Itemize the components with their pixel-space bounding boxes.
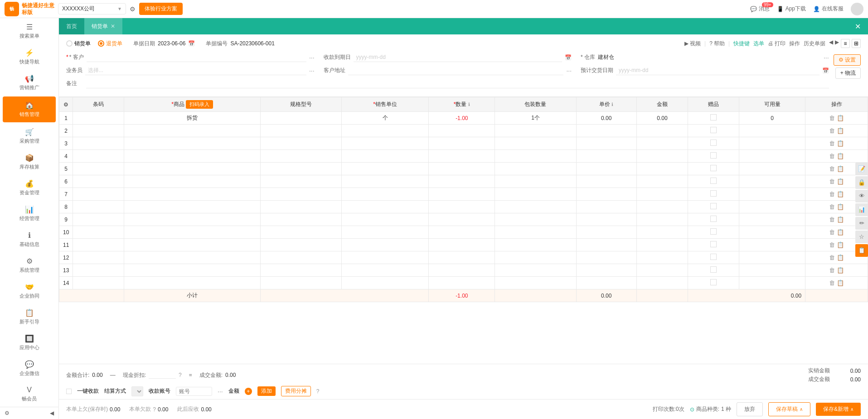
operate-btn[interactable]: 操作 xyxy=(789,40,800,48)
sidebar-item-marketing[interactable]: 📢 营销推广 xyxy=(0,70,58,96)
delete-icon[interactable]: 🗑 xyxy=(829,165,835,172)
sidebar-item-member[interactable]: V 畅会员 xyxy=(0,381,58,407)
shortcut-btn[interactable]: 快捷键 xyxy=(733,40,750,48)
row-spec[interactable] xyxy=(260,112,341,125)
delete-icon[interactable]: 🗑 xyxy=(829,153,835,159)
due-date-calendar-icon[interactable]: 📅 xyxy=(565,54,572,61)
customer-input[interactable] xyxy=(87,53,306,62)
arrears-help-icon[interactable]: ? xyxy=(153,406,156,413)
copy-icon[interactable]: 📋 xyxy=(837,165,844,172)
row-gift[interactable] xyxy=(688,112,739,125)
tab-close-icon[interactable]: ✕ xyxy=(111,23,115,29)
save-new-button[interactable]: 保存&新增 ∧ xyxy=(816,403,861,416)
next-icon[interactable]: ▶ xyxy=(835,39,839,48)
sidebar-item-sales[interactable]: 🏠 销售管理 xyxy=(3,96,56,122)
settings-icon[interactable]: ⚙ xyxy=(130,5,136,13)
settings-bottom-icon[interactable]: ⚙ xyxy=(5,410,10,416)
float-btn-3[interactable]: 👁 xyxy=(855,190,868,202)
sidebar-item-search[interactable]: ☰ 搜索菜单 xyxy=(0,18,58,44)
discount-input[interactable] xyxy=(149,372,176,379)
settlement-select[interactable] xyxy=(131,386,143,396)
copy-icon[interactable]: 📋 xyxy=(837,254,844,261)
float-btn-4[interactable]: 📊 xyxy=(855,203,868,216)
logistics-button[interactable]: + 物流 xyxy=(835,67,861,79)
delete-icon[interactable]: 🗑 xyxy=(829,216,835,223)
sidebar-item-guide[interactable]: 📋 新手引导 xyxy=(0,304,58,330)
grid-view-icon[interactable]: ⊞ xyxy=(852,39,861,48)
print-btn[interactable]: 🖨 打印 xyxy=(768,40,786,48)
add-payment-btn[interactable]: 添加 xyxy=(257,386,276,396)
delete-icon[interactable]: 🗑 xyxy=(829,254,835,261)
delete-icon[interactable]: 🗑 xyxy=(829,279,835,286)
select-order-btn[interactable]: 选单 xyxy=(753,40,764,48)
one-click-pay-checkbox[interactable] xyxy=(66,389,72,394)
collapse-icon[interactable]: ◀ xyxy=(50,410,54,416)
window-close-icon[interactable]: ✕ xyxy=(848,22,868,31)
user-avatar[interactable] xyxy=(851,3,863,15)
sidebar-item-operations[interactable]: 📊 经营管理 xyxy=(0,201,58,226)
return-order-radio[interactable]: 退货单 xyxy=(98,40,122,48)
delete-icon[interactable]: 🗑 xyxy=(829,191,835,197)
sidebar-item-purchase[interactable]: 🛒 采购管理 xyxy=(0,123,58,149)
tab-sales-order[interactable]: 销货单 ✕ xyxy=(84,18,122,34)
copy-icon[interactable]: 📋 xyxy=(837,267,844,274)
fee-help-icon[interactable]: ? xyxy=(316,388,320,395)
delete-icon[interactable]: 🗑 xyxy=(829,178,835,185)
customer-more-icon[interactable]: ··· xyxy=(309,54,315,61)
prev-icon[interactable]: ◀ xyxy=(829,39,833,48)
sidebar-item-cooperation[interactable]: 🤝 企业协同 xyxy=(0,278,58,304)
help-btn[interactable]: ? 帮助 xyxy=(709,40,725,48)
float-btn-2[interactable]: 🔒 xyxy=(855,176,868,189)
copy-icon[interactable]: 📋 xyxy=(837,115,844,121)
settings-button[interactable]: ⚙ 设置 xyxy=(834,54,861,66)
due-date-input[interactable] xyxy=(354,53,563,62)
message-btn[interactable]: 💬 消息 99+ xyxy=(750,5,770,13)
copy-icon[interactable]: 📋 xyxy=(837,241,844,248)
account-more-icon[interactable]: ··· xyxy=(218,388,223,395)
tab-home[interactable]: 首页 xyxy=(59,18,84,34)
float-btn-6[interactable]: ☆ xyxy=(855,231,868,243)
warehouse-more-icon[interactable]: ··· xyxy=(824,54,829,61)
calendar-icon[interactable]: 📅 xyxy=(188,40,195,47)
customer-addr-input[interactable] xyxy=(348,66,564,75)
list-view-icon[interactable]: ≡ xyxy=(841,39,850,48)
copy-icon[interactable]: 📋 xyxy=(837,203,844,210)
row-price[interactable]: 0.00 xyxy=(576,112,636,125)
remark-input[interactable] xyxy=(86,79,829,88)
sidebar-item-system[interactable]: ⚙ 系统管理 xyxy=(0,252,58,278)
delete-icon[interactable]: 🗑 xyxy=(829,127,835,134)
sidebar-item-inventory[interactable]: 📦 库存核算 xyxy=(0,149,58,175)
company-selector[interactable]: XXXXXX公司 ▼ xyxy=(58,3,126,14)
float-btn-5[interactable]: ✏ xyxy=(855,217,868,230)
sidebar-item-wechat[interactable]: 💬 企业微信 xyxy=(0,356,58,381)
sidebar-item-app-center[interactable]: 🔲 应用中心 xyxy=(0,330,58,356)
sidebar-item-quick-nav[interactable]: ⚡ 快捷导航 xyxy=(0,44,58,70)
add-payment-icon[interactable]: + xyxy=(245,388,252,395)
fee-split-btn[interactable]: 费用分摊 xyxy=(281,386,311,396)
scan-button[interactable]: 扫码录入 xyxy=(186,100,213,109)
sidebar-item-basic-info[interactable]: ℹ 基础信息 xyxy=(0,226,58,252)
copy-icon[interactable]: 📋 xyxy=(837,229,844,236)
delete-icon[interactable]: 🗑 xyxy=(829,203,835,210)
copy-icon[interactable]: 📋 xyxy=(837,279,844,286)
delete-icon[interactable]: 🗑 xyxy=(829,115,835,121)
row-qty[interactable]: -1.00 xyxy=(429,112,495,125)
salesperson-input[interactable] xyxy=(85,66,306,75)
delete-icon[interactable]: 🗑 xyxy=(829,229,835,236)
salesperson-more-icon[interactable]: ··· xyxy=(309,67,315,74)
video-btn[interactable]: ▶ 视频 xyxy=(684,40,701,48)
copy-icon[interactable]: 📋 xyxy=(837,178,844,185)
customer-addr-more-icon[interactable]: ··· xyxy=(566,67,572,74)
app-download-btn[interactable]: 📱 App下载 xyxy=(777,5,806,13)
discount-help-icon[interactable]: ? xyxy=(179,372,182,378)
float-btn-1[interactable]: 📝 xyxy=(855,163,868,175)
copy-icon[interactable]: 📋 xyxy=(837,216,844,223)
delete-icon[interactable]: 🗑 xyxy=(829,241,835,248)
save-draft-button[interactable]: 保存草稿 ∧ xyxy=(768,402,810,416)
online-service-btn[interactable]: 👤 在线客服 xyxy=(813,5,844,13)
history-btn[interactable]: 历史单据 xyxy=(804,40,825,48)
delivery-calendar-icon[interactable]: 📅 xyxy=(822,67,829,74)
abandon-button[interactable]: 放弃 xyxy=(737,402,763,416)
copy-icon[interactable]: 📋 xyxy=(837,140,844,147)
copy-icon[interactable]: 📋 xyxy=(837,191,844,197)
